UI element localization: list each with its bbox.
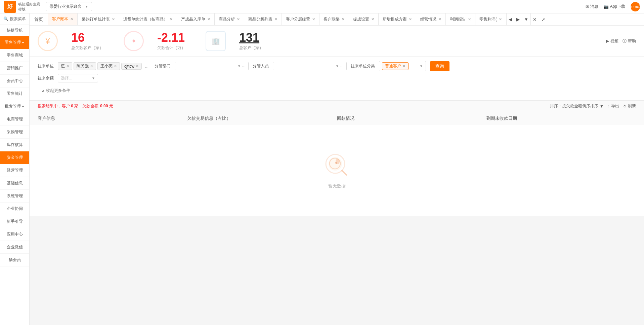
unit-type-filter-select[interactable]: 普通客户 ✕ ▼ <box>379 61 426 71</box>
svg-line-4 <box>342 171 346 175</box>
tab-customer-contact[interactable]: 客户联络 ✕ <box>319 13 349 26</box>
avatar[interactable]: demo2 <box>631 2 640 11</box>
tab-close-profit-report[interactable]: ✕ <box>468 17 471 22</box>
logo-text: 畅捷通好生意 标版 <box>18 2 40 11</box>
sidebar-item-operation[interactable]: 经营管理 <box>0 164 29 177</box>
sort-button[interactable]: 排序：按欠款金额倒序排序 ▼ <box>550 103 604 109</box>
tab-bar: 首页 客户账本 ✕ 采购订单统计表 ✕ 进货单统计表（按商品） ✕ 产成品入库单… <box>30 13 644 26</box>
page-help-btns: ▶ 视频 ⓘ 帮助 <box>606 38 636 44</box>
tab-close-promotion-settings[interactable]: ✕ <box>371 17 374 22</box>
tab-close-product-analysis[interactable]: ✕ <box>237 17 240 22</box>
tab-new-promotion[interactable]: 新增提成方案 ✕ <box>379 13 416 26</box>
chevron-down-icon: ▼ <box>85 5 88 8</box>
sidebar-item-enterprise-co[interactable]: 企业协同 <box>0 203 29 215</box>
refresh-icon: ↻ <box>623 104 627 109</box>
tab-nav-prev[interactable]: ◀ <box>506 13 514 26</box>
tab-product-analysis-list[interactable]: 商品分析列表 ✕ <box>244 13 282 26</box>
tab-home[interactable]: 首页 <box>30 13 48 26</box>
tab-purchase-order[interactable]: 采购订单统计表 ✕ <box>78 13 119 26</box>
sidebar-item-system[interactable]: 系统管理 <box>0 190 29 203</box>
tab-close-product-analysis-list[interactable]: ✕ <box>274 17 277 22</box>
tab-retail-profit[interactable]: 零售利润( ✕ <box>475 13 506 26</box>
tab-close-cost-inbound[interactable]: ✕ <box>207 17 210 22</box>
tab-product-analysis[interactable]: 商品分析 ✕ <box>215 13 244 26</box>
help-btn[interactable]: ⓘ 帮助 <box>622 38 636 44</box>
sidebar-item-wholesale[interactable]: 批发管理 ▼ <box>0 100 29 113</box>
export-button[interactable]: ↑ 导出 <box>608 103 619 109</box>
play-icon: ▶ <box>606 39 609 43</box>
tab-maximize[interactable]: ⤢ <box>539 13 547 26</box>
results-bar: 搜索结果中，客户 0 家 欠款金额 0.00 元 排序：按欠款金额倒序排序 ▼ <box>30 101 644 112</box>
video-btn[interactable]: ▶ 视频 <box>606 38 618 44</box>
messages-button[interactable]: ✉ 消息 <box>586 4 598 9</box>
total-customers-label: 总客户（家） <box>239 45 263 51</box>
overdue-customers-number: 16 <box>71 32 85 44</box>
person-dropdown-arrow: ▼ <box>336 64 339 68</box>
tab-nav-expand[interactable]: ▼ <box>522 13 530 26</box>
tab-close-account[interactable]: ✕ <box>70 17 73 21</box>
filter-tag-close-2[interactable]: ✕ <box>114 64 117 68</box>
tab-close-customer-tier[interactable]: ✕ <box>312 17 315 22</box>
collapse-button[interactable]: ∧ 收起更多条件 <box>38 86 636 95</box>
filter-tag-close-3[interactable]: ✕ <box>136 64 139 68</box>
tab-close-new-promotion[interactable]: ✕ <box>409 17 412 22</box>
refresh-button[interactable]: ↻ 刷新 <box>623 103 636 109</box>
collapse-row: ∧ 收起更多条件 <box>38 85 636 96</box>
tab-close-retail-profit[interactable]: ✕ <box>499 17 502 22</box>
message-icon: ✉ <box>586 4 589 9</box>
sidebar-item-vip-member[interactable]: 畅会员 <box>0 254 29 266</box>
sidebar-item-inventory[interactable]: 库存核算 <box>0 139 29 151</box>
tab-promotion-settings[interactable]: 提成设置 ✕ <box>349 13 379 26</box>
person-filter-select[interactable]: ▼ ··· <box>273 62 347 70</box>
sidebar-item-finance[interactable]: 资金管理 <box>0 151 29 164</box>
sidebar-search[interactable]: 🔍 搜索菜单 <box>0 13 29 25</box>
logo-icon: 好 <box>4 1 16 13</box>
tab-profit-report[interactable]: 利润报告 ✕ <box>446 13 475 26</box>
tab-close-customer-contact[interactable]: ✕ <box>342 17 345 22</box>
query-button[interactable]: 查询 <box>430 61 449 71</box>
chevron-down-icon: ▼ <box>22 105 25 108</box>
filter-more-tags[interactable]: ... <box>143 63 151 69</box>
org-selector[interactable]: 母婴行业演示账套 ▼ <box>46 2 92 11</box>
sidebar-quick-nav[interactable]: 快捷导航 <box>0 25 29 36</box>
tab-close-business[interactable]: ✕ <box>438 17 441 22</box>
tab-nav-next[interactable]: ▶ <box>514 13 522 26</box>
tab-customer-tier[interactable]: 客户分层经营 ✕ <box>282 13 319 26</box>
filter-row-1: 往来单位 伍 ✕ 陈民强 ✕ 王小亮 <box>38 61 636 71</box>
filter-tag-close-1[interactable]: ✕ <box>90 64 93 68</box>
overdue-amount-label: 欠款合计（万） <box>157 45 185 51</box>
sidebar-item-app-center[interactable]: 应用中心 <box>0 228 29 241</box>
unit-filter-label: 往来单位 <box>38 63 54 69</box>
dept-more-icon[interactable]: ··· <box>242 64 246 69</box>
tab-business[interactable]: 经营情况 ✕ <box>416 13 446 26</box>
tab-close-inbound-stats[interactable]: ✕ <box>170 17 173 22</box>
tab-inbound-stats[interactable]: 进货单统计表（按商品） ✕ <box>119 13 177 26</box>
sidebar-item-member[interactable]: 会员中心 <box>0 75 29 87</box>
balance-filter-select[interactable]: 选择... ▼ <box>58 74 98 82</box>
sidebar: 🔍 搜索菜单 快捷导航 零售管理 ▼ 零售商城 营销推广 <box>0 13 30 325</box>
tab-account[interactable]: 客户账本 ✕ <box>48 13 78 26</box>
col-header-overdue: 欠款交易信息（占比） <box>187 115 337 121</box>
person-more-icon[interactable]: ··· <box>340 64 344 69</box>
dept-filter-select[interactable]: ▼ ··· <box>175 62 249 70</box>
tab-close-purchase-order[interactable]: ✕ <box>112 17 115 22</box>
unit-type-tag-close[interactable]: ✕ <box>402 64 405 68</box>
sort-label: 排序：按欠款金额倒序排序 <box>550 103 598 109</box>
sidebar-item-basic-info[interactable]: 基础信息 <box>0 177 29 190</box>
tab-close-all[interactable]: ✕ <box>530 13 539 26</box>
chevron-up-icon: ∧ <box>42 88 45 93</box>
sidebar-item-retail-shop[interactable]: 零售商城 <box>0 49 29 62</box>
sidebar-item-new-user[interactable]: 新手引导 <box>0 215 29 228</box>
total-customers-number: 131 <box>239 32 259 44</box>
sidebar-item-marketing[interactable]: 营销推广 <box>0 62 29 75</box>
results-info: 搜索结果中，客户 0 家 欠款金额 0.00 元 <box>38 103 113 109</box>
filter-tag-close-0[interactable]: ✕ <box>66 64 69 68</box>
sidebar-item-purchase[interactable]: 采购管理 <box>0 126 29 139</box>
sidebar-item-retail-stats[interactable]: 零售统计 <box>0 87 29 100</box>
sidebar-item-retail-mgmt[interactable]: 零售管理 ▼ <box>0 36 29 49</box>
sidebar-item-enterprise-wechat[interactable]: 企业微信 <box>0 241 29 254</box>
stats-section: ¥ 16 总欠款客户（家） ✦ -2.11 欠款合计（万） <box>30 26 644 57</box>
sidebar-item-ecommerce[interactable]: 电商管理 <box>0 113 29 126</box>
app-download-button[interactable]: 📷 App下载 <box>604 4 625 9</box>
tab-cost-inbound[interactable]: 产成品入库单 ✕ <box>177 13 215 26</box>
